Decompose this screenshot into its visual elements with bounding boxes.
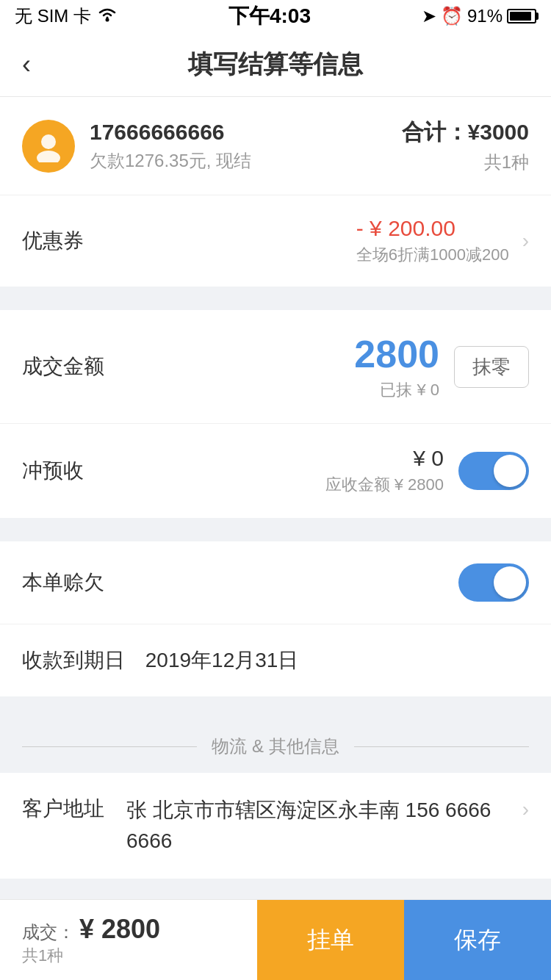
coupon-info: - ¥ 200.00 全场6折满1000减200 [356, 216, 509, 266]
credit-label: 本单赊欠 [22, 569, 104, 597]
location-icon: ➤ [422, 6, 436, 26]
spacer-3 [0, 708, 551, 720]
credit-toggle-knob [494, 566, 526, 599]
customer-sub: 欠款1276.35元, 现结 [90, 149, 251, 173]
spacer-1 [0, 298, 551, 310]
total-count: 共1种 [402, 151, 529, 174]
avatar-icon [22, 120, 75, 173]
coupon-row[interactable]: 优惠券 - ¥ 200.00 全场6折满1000减200 › [0, 195, 551, 287]
prepay-info: ¥ 0 应收金额 ¥ 2800 [325, 446, 444, 496]
round-off-button[interactable]: 抹零 [454, 346, 529, 388]
svg-point-0 [106, 18, 109, 22]
pending-button[interactable]: 挂单 [257, 900, 404, 980]
divider-text: 物流 & 其他信息 [212, 735, 339, 758]
customer-total: 合计：¥3000 共1种 [402, 118, 529, 174]
address-label: 客户地址 [22, 795, 104, 823]
address-chevron-icon: › [522, 798, 529, 821]
prepay-right: ¥ 0 应收金额 ¥ 2800 [325, 446, 529, 496]
customer-left: 17666666666 欠款1276.35元, 现结 [22, 120, 251, 173]
total-amount: 合计：¥3000 [402, 118, 529, 148]
coupon-right: - ¥ 200.00 全场6折满1000减200 › [356, 216, 529, 266]
credit-row: 本单赊欠 [0, 541, 551, 624]
spacer-2 [0, 530, 551, 541]
due-date-row: 收款到期日 2019年12月31日 [0, 624, 551, 696]
bottom-amount: ¥ 2800 [79, 914, 160, 945]
divider-line-right [354, 746, 529, 747]
customer-section: 17666666666 欠款1276.35元, 现结 合计：¥3000 共1种 … [0, 97, 551, 287]
bottom-deal-label: 成交： [22, 920, 75, 944]
due-date-label: 收款到期日 2019年12月31日 [22, 646, 298, 674]
bottom-deal-row: 成交： ¥ 2800 [22, 914, 235, 945]
prepay-row: 冲预收 ¥ 0 应收金额 ¥ 2800 [0, 424, 551, 518]
customer-info: 17666666666 欠款1276.35元, 现结 [90, 120, 251, 173]
deal-row: 成交金额 2800 已抹 ¥ 0 抹零 [0, 310, 551, 424]
wifi-icon [97, 6, 118, 26]
prepay-amount: ¥ 0 [325, 446, 444, 471]
prepay-label: 冲预收 [22, 457, 84, 485]
toggle-knob [494, 455, 526, 487]
avatar [22, 120, 75, 173]
prepay-sub: 应收金额 ¥ 2800 [325, 474, 444, 496]
bottom-count: 共1种 [22, 945, 235, 967]
credit-section: 本单赊欠 收款到期日 2019年12月31日 [0, 541, 551, 696]
deal-sub: 已抹 ¥ 0 [354, 379, 439, 401]
divider-line-left [22, 746, 197, 747]
deal-label: 成交金额 [22, 353, 104, 381]
amount-section: 成交金额 2800 已抹 ¥ 0 抹零 冲预收 ¥ 0 应收金额 ¥ 2800 [0, 310, 551, 518]
address-row[interactable]: 客户地址 张 北京市市辖区海淀区永丰南 156 6666 6666 › [0, 773, 551, 879]
prepay-toggle[interactable] [458, 452, 529, 490]
status-bar: 无 SIM 卡 下午4:03 ➤ ⏰ 91% [0, 0, 551, 32]
due-date-value: 2019年12月31日 [145, 649, 299, 671]
bottom-bar: 成交： ¥ 2800 共1种 挂单 保存 [0, 899, 551, 980]
coupon-label: 优惠券 [22, 227, 84, 255]
battery-icon [507, 9, 536, 24]
back-button[interactable]: ‹ [22, 49, 31, 80]
address-section: 客户地址 张 北京市市辖区海淀区永丰南 156 6666 6666 › [0, 773, 551, 879]
page-title: 填写结算等信息 [188, 48, 363, 82]
save-button[interactable]: 保存 [404, 900, 551, 980]
coupon-discount: - ¥ 200.00 [356, 216, 509, 241]
battery-percent: 91% [467, 6, 503, 26]
svg-point-2 [37, 151, 60, 162]
customer-phone: 17666666666 [90, 120, 251, 145]
bottom-info: 成交： ¥ 2800 共1种 [0, 900, 257, 980]
status-time: 下午4:03 [228, 2, 311, 30]
credit-toggle[interactable] [458, 563, 529, 602]
divider-section: 物流 & 其他信息 [0, 720, 551, 773]
svg-point-1 [41, 134, 56, 149]
nav-bar: ‹ 填写结算等信息 [0, 32, 551, 97]
status-left: 无 SIM 卡 [15, 4, 118, 28]
address-value: 张 北京市市辖区海淀区永丰南 156 6666 6666 [126, 795, 515, 857]
deal-right: 2800 已抹 ¥ 0 抹零 [354, 332, 529, 401]
coupon-chevron-icon: › [522, 229, 529, 253]
coupon-detail: 全场6折满1000减200 [356, 244, 509, 266]
sim-status: 无 SIM 卡 [15, 4, 91, 28]
deal-value: 2800 [354, 332, 439, 376]
status-right: ➤ ⏰ 91% [422, 6, 536, 26]
deal-info: 2800 已抹 ¥ 0 [354, 332, 439, 401]
customer-row: 17666666666 欠款1276.35元, 现结 合计：¥3000 共1种 [0, 97, 551, 195]
alarm-icon: ⏰ [441, 6, 463, 26]
